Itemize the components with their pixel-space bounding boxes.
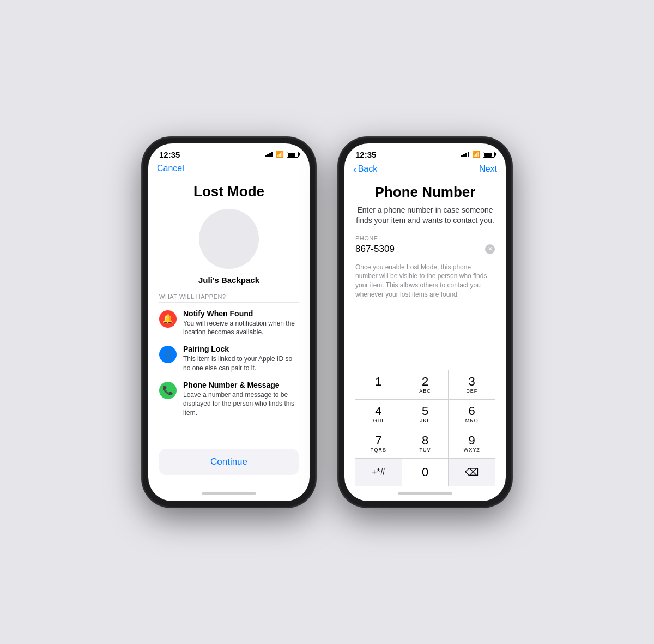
key-2[interactable]: 2 ABC <box>402 370 449 399</box>
continue-button-wrap: Continue <box>159 442 299 475</box>
device-name: Juli's Backpack <box>198 275 259 285</box>
home-indicator-1 <box>148 486 310 501</box>
keypad-row-4: +*# 0 ⌫ <box>355 459 495 486</box>
feature-phone: 📞 Phone Number & Message Leave a number … <box>159 381 299 418</box>
pairing-icon: 👤 <box>159 346 177 363</box>
key-4[interactable]: 4 GHI <box>355 400 402 429</box>
screen2-main: Phone Number Enter a phone number in cas… <box>344 179 506 486</box>
status-bar-1: 12:35 📶 <box>148 143 310 161</box>
back-button[interactable]: Back <box>353 164 377 175</box>
status-bar-2: 12:35 📶 <box>344 143 506 161</box>
battery-icon-1 <box>287 152 299 158</box>
feature-notify-title: Notify When Found <box>183 309 299 318</box>
status-icons-2: 📶 <box>461 151 495 158</box>
key-6[interactable]: 6 MNO <box>449 400 495 429</box>
nav-bar-2: Back Next <box>344 161 506 179</box>
key-7[interactable]: 7 PQRS <box>355 429 402 458</box>
cancel-button[interactable]: Cancel <box>157 164 184 173</box>
phone-note: Once you enable Lost Mode, this phone nu… <box>355 263 495 299</box>
lost-mode-title: Lost Mode <box>193 183 264 200</box>
signal-icon-2 <box>461 152 469 157</box>
feature-pairing-title: Pairing Lock <box>183 345 299 353</box>
key-8[interactable]: 8 TUV <box>402 429 449 458</box>
continue-button[interactable]: Continue <box>159 449 299 475</box>
screen1-main: Lost Mode Juli's Backpack WHAT WILL HAPP… <box>148 178 310 486</box>
section-label: WHAT WILL HAPPEN? <box>159 293 299 303</box>
keypad: 1 2 ABC 3 DEF <box>355 370 495 486</box>
key-5[interactable]: 5 JKL <box>402 400 449 429</box>
feature-list: 🔔 Notify When Found You will receive a n… <box>159 309 299 418</box>
phone-input[interactable]: 867-5309 <box>355 244 485 255</box>
phone-number-title: Phone Number <box>355 184 495 201</box>
feature-pairing: 👤 Pairing Lock This item is linked to yo… <box>159 345 299 373</box>
signal-icon-1 <box>265 152 273 157</box>
screen1-inner: Lost Mode Juli's Backpack WHAT WILL HAPP… <box>148 178 310 486</box>
key-0[interactable]: 0 <box>402 459 449 486</box>
feature-pairing-text: Pairing Lock This item is linked to your… <box>183 345 299 373</box>
nav-bar-1: Cancel <box>148 161 310 178</box>
status-icons-1: 📶 <box>265 151 299 158</box>
notify-icon: 🔔 <box>159 310 177 328</box>
screen2-inner: Phone Number Enter a phone number in cas… <box>344 179 506 486</box>
feature-notify: 🔔 Notify When Found You will receive a n… <box>159 309 299 338</box>
clear-input-button[interactable]: ✕ <box>485 244 495 254</box>
wifi-icon-1: 📶 <box>276 151 284 158</box>
phone-2-screen: 12:35 📶 Back Next Phone Number <box>344 143 506 501</box>
wifi-icon-2: 📶 <box>472 151 480 158</box>
battery-icon-2 <box>483 152 495 158</box>
phone-2: 12:35 📶 Back Next Phone Number <box>338 137 512 508</box>
feature-phone-text: Phone Number & Message Leave a number an… <box>183 381 299 418</box>
key-3[interactable]: 3 DEF <box>449 370 495 399</box>
feature-pairing-desc: This item is linked to your Apple ID so … <box>183 354 299 373</box>
device-icon <box>199 209 259 269</box>
keypad-row-3: 7 PQRS 8 TUV 9 WXYZ <box>355 429 495 459</box>
next-button[interactable]: Next <box>479 164 497 174</box>
phone-1: 12:35 📶 Cancel Lost Mode Juli's Backpack <box>142 137 316 508</box>
feature-phone-desc: Leave a number and message to be display… <box>183 390 299 418</box>
key-9[interactable]: 9 WXYZ <box>449 429 495 458</box>
phone-field-label: PHONE <box>355 235 495 242</box>
feature-notify-text: Notify When Found You will receive a not… <box>183 309 299 338</box>
key-symbols[interactable]: +*# <box>355 459 402 486</box>
feature-phone-title: Phone Number & Message <box>183 381 299 389</box>
phone-1-screen: 12:35 📶 Cancel Lost Mode Juli's Backpack <box>148 143 310 501</box>
keypad-row-1: 1 2 ABC 3 DEF <box>355 370 495 400</box>
home-indicator-2 <box>344 486 506 501</box>
status-time-2: 12:35 <box>355 150 376 159</box>
phone-number-subtitle: Enter a phone number in case someone fin… <box>355 205 495 226</box>
key-backspace[interactable]: ⌫ <box>449 459 495 486</box>
phone-icon: 📞 <box>159 382 177 399</box>
status-time-1: 12:35 <box>159 150 180 159</box>
chevron-left-icon <box>353 164 357 175</box>
feature-notify-desc: You will receive a notification when the… <box>183 319 299 338</box>
phone-input-row: 867-5309 ✕ <box>355 244 495 258</box>
key-1[interactable]: 1 <box>355 370 402 399</box>
keypad-row-2: 4 GHI 5 JKL 6 MNO <box>355 400 495 429</box>
